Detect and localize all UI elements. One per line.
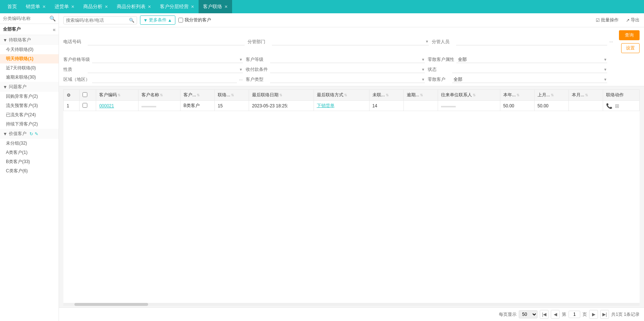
close-icon[interactable]: ✕ xyxy=(148,4,151,9)
sidebar-item-b-class[interactable]: B类客户(33) xyxy=(0,157,59,166)
nav-customer-contact[interactable]: 客户联络 ✕ xyxy=(199,0,232,13)
more-icon[interactable]: ··· xyxy=(609,39,613,44)
filter-cell-gender: 性质 ▼ xyxy=(63,66,243,73)
th-contact-action: 联络动作 xyxy=(603,90,639,101)
price-level-select[interactable] xyxy=(92,56,239,63)
retail-attr-select[interactable]: 全部 xyxy=(456,56,603,63)
search-icon[interactable]: 🔍 xyxy=(49,15,56,21)
pagination-total: 共1页 1条记录 xyxy=(611,311,640,318)
select-all-checkbox[interactable] xyxy=(83,92,87,97)
my-customers-checkbox-label[interactable]: 我分管的客户 xyxy=(178,17,211,23)
next-page-button[interactable]: ▶ xyxy=(589,310,598,319)
sidebar-search-area: 🔍 xyxy=(0,13,59,24)
batch-ops-button[interactable]: ☑ 批量操作 xyxy=(596,17,619,23)
sidebar-item-a-class[interactable]: A类客户(1) xyxy=(0,148,59,157)
customer-type-label: 客户类型 xyxy=(246,76,268,83)
nav-sales-order[interactable]: 销货单 ✕ xyxy=(21,0,50,13)
more-conditions-button[interactable]: ▼ 更多条件 ▲ xyxy=(140,15,175,25)
sidebar-item-declining[interactable]: 持续下滑客户(2) xyxy=(0,120,59,129)
horizontal-scrollbar[interactable] xyxy=(63,303,640,306)
close-icon[interactable]: ✕ xyxy=(71,4,74,9)
sort-icon[interactable]: ⇅ xyxy=(551,93,554,97)
th-gear[interactable]: ⚙ xyxy=(64,90,80,101)
sort-icon[interactable]: ⇅ xyxy=(517,93,519,97)
phone-action-icon[interactable]: 📞 xyxy=(606,103,612,109)
filter-icon: ▼ xyxy=(143,18,148,23)
refresh-icon[interactable]: ↻ xyxy=(29,131,33,137)
page-unit: 页 xyxy=(582,311,587,318)
customer-table: ⚙ 客户编码⇅ 客户名称⇅ 客户...⇅ 联络...⇅ 最后联络日期⇅ 最后联络… xyxy=(63,89,640,111)
sort-icon[interactable]: ⇅ xyxy=(231,93,234,97)
edit-icon[interactable]: ✎ xyxy=(35,131,38,137)
th-customer-type: 客户...⇅ xyxy=(181,90,215,101)
per-page-select[interactable]: 50 100 200 xyxy=(519,310,538,318)
sidebar-item-tomorrow-contact[interactable]: 明天待联络(1) xyxy=(0,54,59,63)
sidebar-item-overdue-contact[interactable]: 逾期未联络(30) xyxy=(0,73,59,82)
sidebar-item-ungrouped[interactable]: 未分组(32) xyxy=(0,139,59,148)
search-icon[interactable]: 🔍 xyxy=(129,18,134,23)
retail-customer-select[interactable]: 全部 xyxy=(452,76,603,83)
group-pending-contact[interactable]: ▼ 待联络客户 xyxy=(0,35,59,45)
region-input[interactable] xyxy=(92,76,237,83)
sidebar-item-repurchase-abnormal[interactable]: 回购异常客户(2) xyxy=(0,92,59,101)
payment-select[interactable] xyxy=(270,66,421,73)
status-select[interactable] xyxy=(452,66,603,73)
sidebar-search-input[interactable] xyxy=(3,16,49,21)
row-checkbox[interactable] xyxy=(83,103,87,108)
more-icon[interactable]: ··· xyxy=(239,77,243,82)
prev-page-button[interactable]: ◀ xyxy=(551,310,560,319)
sort-icon[interactable]: ⇅ xyxy=(420,93,423,97)
query-button[interactable]: 查询 xyxy=(619,30,640,40)
retail-customer-select-wrap: 全部 ▼ xyxy=(452,76,607,83)
close-icon[interactable]: ✕ xyxy=(191,4,194,9)
grid-action-icon[interactable]: ⊞ xyxy=(615,103,619,109)
gender-select[interactable] xyxy=(88,66,239,73)
top-navigation: 首页 销货单 ✕ 进货单 ✕ 商品分析 ✕ 商品分析列表 ✕ 客户分层经营 ✕ … xyxy=(0,0,644,13)
phone-input[interactable] xyxy=(88,38,245,45)
sort-icon[interactable]: ⇅ xyxy=(197,93,200,97)
group-value-customers[interactable]: ▼ 价值客户 ↻ ✎ xyxy=(0,129,59,139)
nav-product-analysis[interactable]: 商品分析 ✕ xyxy=(79,0,112,13)
nav-product-analysis-list[interactable]: 商品分析列表 ✕ xyxy=(112,0,155,13)
sort-icon[interactable]: ⇅ xyxy=(473,93,476,97)
nav-customer-segmentation[interactable]: 客户分层经营 ✕ xyxy=(155,0,199,13)
last-page-button[interactable]: ▶| xyxy=(600,310,609,319)
export-button[interactable]: ↗ 导出 xyxy=(626,17,640,23)
sidebar-item-7days-contact[interactable]: 近7天待联络(0) xyxy=(0,63,59,73)
sort-icon[interactable]: ⇅ xyxy=(386,93,389,97)
sidebar-item-today-contact[interactable]: 今天待联络(0) xyxy=(0,45,59,54)
customer-type-select[interactable] xyxy=(270,76,421,83)
filter-cell-region: 区域（地区） ··· xyxy=(63,76,243,83)
page-input[interactable] xyxy=(568,311,580,318)
sort-icon[interactable]: ⇅ xyxy=(279,93,282,97)
sidebar-item-churned[interactable]: 已流失客户(24) xyxy=(0,110,59,120)
sidebar-item-churn-warning[interactable]: 流失预警客户(3) xyxy=(0,101,59,110)
customer-code-link[interactable]: 000021 xyxy=(99,103,114,108)
search-input[interactable] xyxy=(66,18,129,23)
collapse-icon[interactable]: « xyxy=(53,27,56,32)
my-customers-checkbox[interactable] xyxy=(178,18,183,23)
settings-button[interactable]: 设置 xyxy=(621,43,640,53)
chevron-down-icon: ▼ xyxy=(603,58,607,62)
nav-purchase-order[interactable]: 进货单 ✕ xyxy=(50,0,79,13)
close-icon[interactable]: ✕ xyxy=(42,4,46,9)
sort-icon[interactable]: ⇅ xyxy=(344,93,347,97)
nav-home[interactable]: 首页 xyxy=(3,0,21,13)
arrow-down-icon: ▼ xyxy=(3,38,7,43)
close-icon[interactable]: ✕ xyxy=(224,4,228,9)
group-problem-customers[interactable]: ▼ 问题客户 xyxy=(0,82,59,92)
sort-icon[interactable]: ⇅ xyxy=(585,93,588,97)
manager-input[interactable] xyxy=(456,38,607,45)
arrow-down-icon: ▼ xyxy=(3,131,7,137)
contact-method-link[interactable]: 下销货单 xyxy=(317,103,335,108)
close-icon[interactable]: ✕ xyxy=(105,4,108,9)
sort-icon[interactable]: ⇅ xyxy=(160,93,163,97)
first-page-button[interactable]: |◀ xyxy=(540,310,549,319)
scrollbar-thumb[interactable] xyxy=(74,303,148,306)
retail-attr-select-wrap: 全部 ▼ xyxy=(456,56,607,63)
dept-select[interactable] xyxy=(272,38,425,45)
gear-icon[interactable]: ⚙ xyxy=(67,93,71,98)
sidebar-item-c-class[interactable]: C类客户(6) xyxy=(0,166,59,176)
sort-icon[interactable]: ⇅ xyxy=(118,93,120,97)
customer-level-select[interactable] xyxy=(270,56,421,63)
